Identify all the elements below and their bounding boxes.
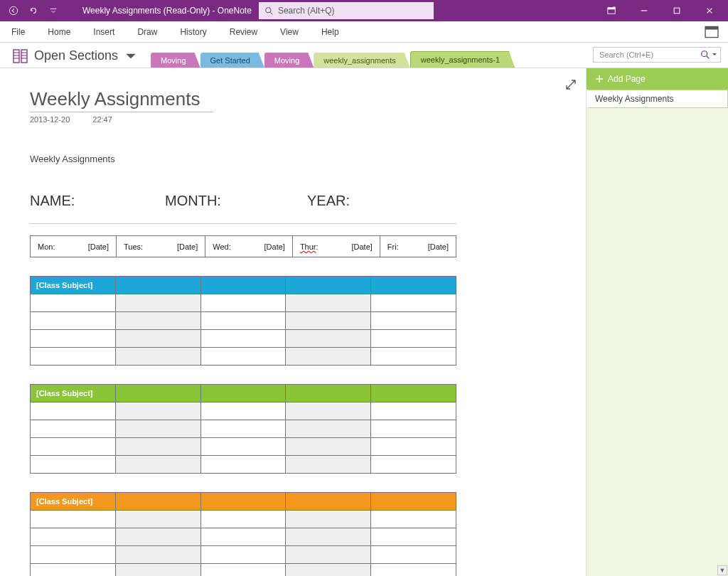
class-cell[interactable] bbox=[115, 564, 200, 577]
class-cell[interactable] bbox=[371, 528, 456, 546]
class-cell[interactable] bbox=[371, 546, 456, 564]
class-cell[interactable] bbox=[115, 312, 200, 330]
search-bar[interactable]: Search (Alt+Q) bbox=[259, 2, 434, 19]
class-cell[interactable] bbox=[31, 511, 116, 528]
class-cell[interactable] bbox=[31, 402, 116, 420]
class-cell[interactable] bbox=[115, 294, 200, 312]
class-cell[interactable] bbox=[31, 330, 116, 348]
class-cell[interactable] bbox=[31, 312, 116, 330]
class-block[interactable]: [Class Subject] bbox=[30, 492, 456, 576]
class-cell[interactable] bbox=[200, 438, 286, 456]
class-cell[interactable] bbox=[31, 420, 116, 438]
class-cell[interactable] bbox=[371, 420, 456, 438]
class-cell[interactable] bbox=[115, 402, 200, 420]
class-cell[interactable] bbox=[286, 456, 371, 474]
class-cell[interactable] bbox=[31, 528, 116, 546]
class-cell[interactable] bbox=[371, 348, 456, 366]
day-cell[interactable]: Fri:[Date] bbox=[380, 236, 456, 257]
back-button[interactable] bbox=[4, 1, 23, 20]
day-cell[interactable]: Thur:[Date] bbox=[292, 236, 380, 257]
scroll-down-button[interactable]: ▼ bbox=[717, 565, 727, 575]
page-list-item[interactable]: Weekly Assignments bbox=[587, 90, 728, 108]
class-cell[interactable] bbox=[371, 312, 456, 330]
class-cell[interactable] bbox=[31, 546, 116, 564]
class-cell[interactable] bbox=[31, 294, 116, 312]
class-cell[interactable] bbox=[200, 511, 286, 528]
class-cell[interactable] bbox=[286, 420, 371, 438]
class-cell[interactable] bbox=[115, 511, 200, 528]
ribbon-review[interactable]: Review bbox=[227, 23, 260, 41]
full-page-view-button[interactable] bbox=[564, 78, 577, 91]
class-cell[interactable] bbox=[200, 312, 286, 330]
class-cell[interactable] bbox=[286, 348, 371, 366]
class-cell[interactable] bbox=[200, 546, 286, 564]
class-cell[interactable] bbox=[371, 402, 456, 420]
class-block[interactable]: [Class Subject] bbox=[30, 276, 456, 366]
section-tab-moving-1[interactable]: Moving bbox=[151, 53, 200, 68]
section-tab-moving-2[interactable]: Moving bbox=[264, 53, 314, 68]
class-cell[interactable] bbox=[371, 456, 456, 474]
class-cell[interactable] bbox=[31, 456, 116, 474]
class-cell[interactable] bbox=[286, 402, 371, 420]
ribbon-help[interactable]: Help bbox=[318, 23, 342, 41]
page-title[interactable]: Weekly Assignments bbox=[30, 88, 213, 112]
ribbon-view[interactable]: View bbox=[277, 23, 301, 41]
class-cell[interactable] bbox=[286, 312, 371, 330]
section-tab-weekly-assignments-1[interactable]: weekly_assignments-1 bbox=[410, 51, 515, 68]
class-cell[interactable] bbox=[115, 546, 200, 564]
class-cell[interactable] bbox=[286, 546, 371, 564]
day-cell[interactable]: Wed:[Date] bbox=[205, 236, 293, 257]
class-cell[interactable] bbox=[286, 564, 371, 577]
class-cell[interactable] bbox=[115, 348, 200, 366]
day-cell[interactable]: Tues:[Date] bbox=[116, 236, 205, 257]
ribbon-home[interactable]: Home bbox=[45, 23, 73, 41]
ribbon-display-button[interactable] bbox=[596, 0, 627, 21]
class-cell[interactable] bbox=[31, 348, 116, 366]
ribbon-file[interactable]: File bbox=[9, 23, 28, 41]
class-cell[interactable] bbox=[31, 564, 116, 577]
page-canvas[interactable]: Weekly Assignments 2013-12-20 22:47 Week… bbox=[0, 68, 586, 576]
class-cell[interactable] bbox=[371, 564, 456, 577]
add-page-button[interactable]: Add Page bbox=[587, 68, 728, 90]
day-cell[interactable]: Mon:[Date] bbox=[31, 236, 117, 257]
class-cell[interactable] bbox=[286, 294, 371, 312]
class-cell[interactable] bbox=[200, 564, 286, 577]
section-tab-get-started[interactable]: Get Started bbox=[200, 53, 264, 68]
collapse-ribbon-button[interactable] bbox=[704, 24, 719, 40]
section-tab-weekly-assignments[interactable]: weekly_assignments bbox=[314, 53, 410, 68]
class-cell[interactable] bbox=[115, 438, 200, 456]
class-cell[interactable] bbox=[200, 528, 286, 546]
class-cell[interactable] bbox=[371, 294, 456, 312]
close-button[interactable] bbox=[694, 0, 725, 21]
maximize-button[interactable] bbox=[661, 0, 692, 21]
class-cell[interactable] bbox=[200, 402, 286, 420]
class-cell[interactable] bbox=[200, 420, 286, 438]
ribbon-history[interactable]: History bbox=[177, 23, 209, 41]
class-cell[interactable] bbox=[200, 294, 286, 312]
class-cell[interactable] bbox=[286, 330, 371, 348]
class-cell[interactable] bbox=[31, 438, 116, 456]
class-cell[interactable] bbox=[200, 456, 286, 474]
undo-button[interactable] bbox=[24, 1, 43, 20]
minimize-button[interactable] bbox=[628, 0, 660, 21]
days-table[interactable]: Mon:[Date]Tues:[Date]Wed:[Date]Thur:[Dat… bbox=[30, 235, 456, 257]
class-cell[interactable] bbox=[286, 438, 371, 456]
class-cell[interactable] bbox=[286, 511, 371, 528]
notebook-dropdown[interactable]: Open Sections bbox=[6, 44, 146, 68]
class-cell[interactable] bbox=[200, 330, 286, 348]
ribbon-insert[interactable]: Insert bbox=[90, 23, 117, 41]
chevron-down-icon[interactable] bbox=[712, 50, 717, 60]
class-cell[interactable] bbox=[371, 511, 456, 528]
class-cell[interactable] bbox=[200, 348, 286, 366]
class-cell[interactable] bbox=[286, 528, 371, 546]
class-cell[interactable] bbox=[115, 420, 200, 438]
class-cell[interactable] bbox=[115, 330, 200, 348]
class-cell[interactable] bbox=[115, 528, 200, 546]
body-heading[interactable]: Weekly Assignments bbox=[30, 154, 547, 164]
class-cell[interactable] bbox=[371, 330, 456, 348]
section-search-box[interactable]: Search (Ctrl+E) bbox=[593, 47, 721, 63]
qat-customize[interactable] bbox=[44, 1, 63, 20]
class-cell[interactable] bbox=[371, 438, 456, 456]
class-cell[interactable] bbox=[115, 456, 200, 474]
field-labels-row[interactable]: NAME: MONTH: YEAR: bbox=[30, 193, 456, 223]
